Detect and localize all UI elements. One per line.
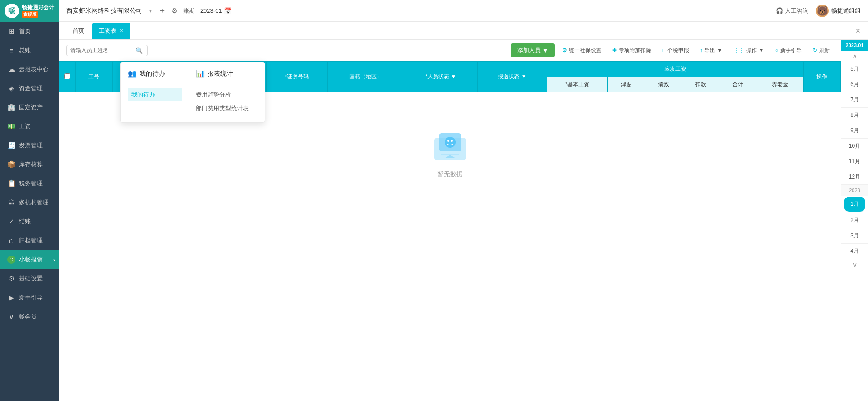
filter2-icon[interactable]: ▼ <box>521 73 527 80</box>
svg-point-2 <box>445 137 456 148</box>
th-pension: 养老金 <box>756 77 804 92</box>
sidebar-item-guide[interactable]: ▶ 新手引导 <box>0 288 59 307</box>
social-icon: ⚙ <box>562 47 567 53</box>
tab-salary[interactable]: 工资表 ✕ <box>92 23 130 39</box>
user-info[interactable]: 🐻 畅捷通组组 <box>816 5 861 17</box>
sidebar-item-invoice[interactable]: 🧾 发票管理 <box>0 136 59 155</box>
inventory-icon: 📦 <box>7 160 15 169</box>
search-input[interactable] <box>70 47 134 53</box>
xiaochang-dropdown: 👥 我的待办 我的待办 📊 报表统计 费用趋势分析 部门费用类型统计表 <box>120 62 265 123</box>
sidebar-item-tax[interactable]: 📋 税务管理 <box>0 174 59 193</box>
operate-button[interactable]: ⋮⋮ 操作 ▼ <box>730 45 768 56</box>
sidebar-item-finance[interactable]: ◈ 资金管理 <box>0 79 59 98</box>
operate-chevron-icon: ▼ <box>759 47 764 53</box>
search-icon[interactable]: 🔍 <box>136 47 143 54</box>
sidebar-item-ledger[interactable]: ≡ 总账 <box>0 41 59 60</box>
todo-section-label: 我的待办 <box>140 70 165 78</box>
tab-bar: 首页 工资表 ✕ ✕ <box>59 22 868 40</box>
sidebar-item-salary[interactable]: 💵 工资 <box>0 117 59 136</box>
dropdown-item-dept-cost[interactable]: 部门费用类型统计表 <box>196 101 250 115</box>
month-panel: 2023.01 ∧ 5月 6月 7月 8月 9月 10月 11月 12月 202… <box>841 40 868 401</box>
toolbar: 🔍 添加人员 ▼ ⚙ 统一社保设置 ✚ 专项附加扣除 <box>59 40 841 61</box>
sidebar-item-settle[interactable]: ✓ 结账 <box>0 212 59 231</box>
app-logo: 畅 畅捷通好会计 旗舰版 <box>0 0 59 22</box>
xiaochang-icon: G <box>7 256 15 264</box>
tab-home[interactable]: 首页 <box>66 23 91 39</box>
add-company-icon[interactable]: ＋ <box>159 6 166 15</box>
calendar-icon[interactable]: 📅 <box>224 7 232 14</box>
month-down-button[interactable]: ∨ <box>841 259 868 270</box>
sidebar-item-assets[interactable]: 🏢 固定资产 <box>0 98 59 117</box>
month-item-7[interactable]: 7月 <box>841 92 868 108</box>
settings-icon[interactable]: ⚙ <box>171 6 178 15</box>
dropdown-item-my-todo[interactable]: 我的待办 <box>128 88 182 101</box>
tab-close-icon[interactable]: ✕ <box>119 28 124 34</box>
sidebar-item-home[interactable]: ⊞ 首页 <box>0 22 59 41</box>
month-item-3[interactable]: 3月 <box>841 228 868 244</box>
month-up-button[interactable]: ∧ <box>841 51 868 62</box>
dropdown-item-cost-trend[interactable]: 费用趋势分析 <box>196 88 250 101</box>
search-box[interactable]: 🔍 <box>66 45 148 56</box>
filter-icon[interactable]: ▼ <box>451 73 456 80</box>
company-chevron-icon[interactable]: ▼ <box>148 8 153 14</box>
sidebar-item-xiaochang[interactable]: G 小畅报销 › <box>0 250 59 269</box>
special-label: 专项附加扣除 <box>619 47 651 54</box>
sidebar-label-home: 首页 <box>19 27 31 35</box>
export-button[interactable]: ↑ 导出 ▼ <box>696 45 726 56</box>
tax-report-label: 个税申报 <box>667 47 689 54</box>
checkbox-col <box>59 62 76 92</box>
logo-icon: 畅 <box>5 4 19 18</box>
month-item-2[interactable]: 2月 <box>841 213 868 228</box>
month-item-4[interactable]: 4月 <box>841 244 868 259</box>
finance-icon: ◈ <box>7 84 15 92</box>
top-header: 西安虾米网络科技有限公司 ▼ ＋ ⚙ 账期 2023-01 📅 🎧 人工咨询 🐻… <box>59 0 868 22</box>
main-area: 西安虾米网络科技有限公司 ▼ ＋ ⚙ 账期 2023-01 📅 🎧 人工咨询 🐻… <box>59 0 868 401</box>
month-item-9[interactable]: 9月 <box>841 123 868 139</box>
chevron-right-icon: › <box>53 256 55 263</box>
empty-icon <box>427 129 473 165</box>
sidebar-label-salary: 工资 <box>19 122 31 130</box>
member-icon: V <box>7 314 15 320</box>
select-all-checkbox[interactable] <box>64 73 70 79</box>
add-person-button[interactable]: 添加人员 ▼ <box>511 43 555 57</box>
guide-button[interactable]: ○ 新手引导 <box>771 45 805 56</box>
basic-icon: ⚙ <box>7 275 15 283</box>
sidebar-label-settle: 结账 <box>19 217 31 226</box>
assets-icon: 🏢 <box>7 103 15 111</box>
tab-collapse-icon[interactable]: ✕ <box>855 27 861 34</box>
month-item-8[interactable]: 8月 <box>841 108 868 123</box>
sidebar-item-archive[interactable]: 🗂 归档管理 <box>0 231 59 250</box>
tax-icon: 📋 <box>7 179 15 188</box>
special-deduction-button[interactable]: ✚ 专项附加扣除 <box>609 45 655 56</box>
year-label-2023: 2023 <box>841 185 868 196</box>
invoice-icon: 🧾 <box>7 141 15 150</box>
sidebar-item-multi[interactable]: 🏛 多机构管理 <box>0 193 59 212</box>
sidebar-item-inventory[interactable]: 📦 库存核算 <box>0 155 59 174</box>
month-item-10[interactable]: 10月 <box>841 139 868 154</box>
sidebar-item-member[interactable]: V 畅会员 <box>0 307 59 326</box>
sidebar-item-basic[interactable]: ⚙ 基础设置 <box>0 269 59 288</box>
th-status: *人员状态 ▼ <box>404 62 477 92</box>
month-item-6[interactable]: 6月 <box>841 77 868 92</box>
sidebar-item-cloud[interactable]: ☁ 云报表中心 <box>0 60 59 79</box>
month-item-11[interactable]: 11月 <box>841 154 868 169</box>
month-item-12[interactable]: 12月 <box>841 169 868 185</box>
toolbar-actions: 添加人员 ▼ ⚙ 统一社保设置 ✚ 专项附加扣除 □ 个税申报 <box>511 43 834 57</box>
social-security-button[interactable]: ⚙ 统一社保设置 <box>558 45 605 56</box>
header-right: 🎧 人工咨询 🐻 畅捷通组组 <box>776 5 861 17</box>
sidebar-label-multi: 多机构管理 <box>19 198 48 207</box>
sidebar-label-member: 畅会员 <box>19 313 37 321</box>
period-label: 账期 <box>183 7 195 15</box>
tax-report-button[interactable]: □ 个税申报 <box>659 45 693 56</box>
refresh-button[interactable]: ↻ 刷新 <box>809 45 834 56</box>
month-item-1[interactable]: 1月 <box>844 197 865 212</box>
month-item-5[interactable]: 5月 <box>841 62 868 77</box>
svg-point-3 <box>447 140 449 142</box>
company-name[interactable]: 西安虾米网络科技有限公司 <box>66 7 142 15</box>
report-section-label: 报表统计 <box>208 70 233 78</box>
dropdown-section-todo: 👥 我的待办 我的待办 <box>128 69 182 115</box>
add-dropdown-icon: ▼ <box>543 47 548 54</box>
todo-section-icon: 👥 <box>128 69 137 78</box>
th-total: 合计 <box>719 77 756 92</box>
help-button[interactable]: 🎧 人工咨询 <box>776 7 809 15</box>
